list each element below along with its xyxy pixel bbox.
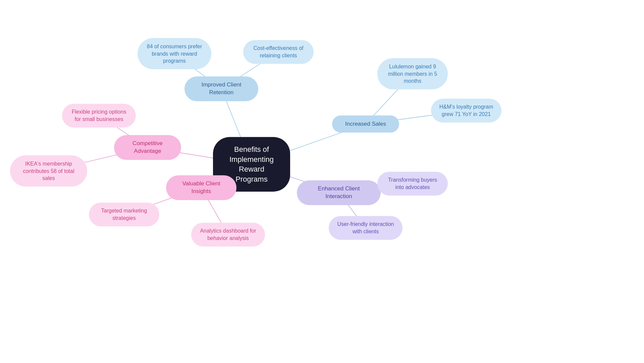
node-user-friendly: User-friendly interaction with clients	[329, 216, 402, 240]
node-enhanced-interaction: Enhanced Client Interaction	[297, 180, 381, 205]
node-analytics-dashboard: Analytics dashboard for behavior analysi…	[191, 223, 265, 246]
node-hm-loyalty: H&M's loyalty program grew 71 YoY in 202…	[431, 99, 501, 122]
node-cost-effectiveness: Cost-effectiveness of retaining clients	[243, 40, 314, 64]
node-ikea-membership: IKEA's membership contributes 58 of tota…	[10, 156, 87, 187]
node-increased-sales: Increased Sales	[332, 116, 399, 133]
node-valuable-insights: Valuable Client Insights	[166, 175, 236, 200]
node-lululemon: Lululemon gained 9 million members in 5 …	[377, 58, 448, 89]
node-targeted-marketing: Targeted marketing strategies	[89, 202, 159, 226]
node-flexible-pricing: Flexible pricing options for small busin…	[62, 104, 136, 127]
node-competitive-advantage: Competitive Advantage	[114, 135, 181, 160]
mindmap-container: Benefits of Implementing Reward Programs…	[0, 0, 644, 363]
node-consumers-prefer: 84 of consumers prefer brands with rewar…	[138, 38, 211, 69]
node-improved-retention: Improved Client Retention	[184, 76, 258, 101]
node-transforming-buyers: Transforming buyers into advocates	[377, 172, 448, 195]
